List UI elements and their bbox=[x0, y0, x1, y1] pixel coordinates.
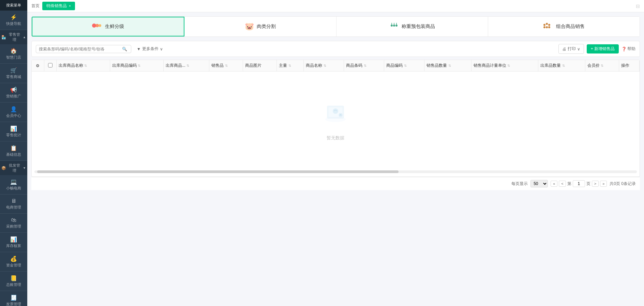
sidebar-item-retail-stats[interactable]: 📊 零售统计 bbox=[0, 122, 27, 141]
topbar-toggle-icon[interactable]: ⊟ bbox=[636, 3, 640, 9]
svg-point-1 bbox=[95, 24, 99, 27]
new-label: + 新增销售品 bbox=[591, 46, 615, 52]
sidebar-item-label: 总账管理 bbox=[6, 282, 21, 287]
sidebar-section-wholesale[interactable]: 📦 批发管理 ▼ bbox=[0, 161, 27, 175]
sort-icon: ⇅ bbox=[562, 64, 565, 67]
sidebar-item-quick[interactable]: ⚡ 快捷导航 bbox=[0, 11, 27, 30]
chevron-down-icon: ∨ bbox=[160, 47, 163, 51]
sidebar-item-label: 会员中心 bbox=[6, 113, 21, 118]
svg-point-10 bbox=[546, 23, 548, 25]
per-page-select[interactable]: 50 100 200 bbox=[530, 180, 548, 187]
pagination: 每页显示 50 100 200 « < 第 页 > » 共0页 0条记录 bbox=[31, 177, 640, 190]
print-icon: 🖨 bbox=[562, 47, 566, 51]
sort-icon: ⇅ bbox=[324, 64, 326, 67]
col-product-code[interactable]: 商品编码 ⇅ bbox=[384, 60, 424, 72]
sidebar-item-label: 营销推广 bbox=[6, 94, 21, 99]
col-sale-unit[interactable]: 销售商品计量单位 ⇅ bbox=[471, 60, 538, 72]
new-product-button[interactable]: + 新增销售品 bbox=[587, 44, 619, 53]
sidebar-item-label: 采购管理 bbox=[6, 224, 21, 229]
sort-icon: ⇅ bbox=[507, 64, 510, 67]
page-content: 生鲜分级 🐷 肉类分割 称重预包装商品 bbox=[27, 12, 644, 306]
select-all-checkbox[interactable] bbox=[48, 63, 53, 67]
next-page-button[interactable]: > bbox=[592, 181, 599, 187]
col-product-name[interactable]: 商品名称 ⇅ bbox=[304, 60, 344, 72]
chevron-down-icon: ▲ bbox=[23, 35, 26, 39]
fresh-grade-label: 生鲜分级 bbox=[105, 24, 124, 30]
filter-button[interactable]: ▼ 更多条件 ∨ bbox=[134, 45, 166, 53]
sidebar-item-label: 基础信息 bbox=[6, 152, 21, 157]
first-page-button[interactable]: « bbox=[551, 181, 557, 187]
sidebar-item-inventory[interactable]: 📊 库存核算 bbox=[0, 233, 27, 252]
col-barcode[interactable]: 商品条码 ⇅ bbox=[344, 60, 384, 72]
sidebar-item-ecom-mgmt[interactable]: 🖥 电商管理 bbox=[0, 195, 27, 214]
finance-icon: 💰 bbox=[10, 256, 17, 262]
col-out-qty[interactable]: 出库品数量 ⇅ bbox=[538, 60, 585, 72]
sidebar-section-retail[interactable]: 🏪 零售管理 ▲ bbox=[0, 30, 27, 44]
svg-point-4 bbox=[393, 25, 395, 27]
sidebar-item-label: 发票管理 bbox=[6, 302, 21, 306]
sidebar-item-label: 库存核算 bbox=[6, 243, 21, 248]
topbar: 首页 特殊销售品 × ⊟ bbox=[27, 0, 644, 12]
sidebar-item-marketing[interactable]: 📢 营销推广 bbox=[0, 83, 27, 103]
chevron-down-icon: ▼ bbox=[23, 166, 26, 170]
sidebar-logo[interactable]: 搜索菜单 bbox=[0, 0, 27, 11]
tab-meat-cut[interactable]: 🐷 肉类分割 bbox=[184, 17, 336, 36]
sidebar-item-finance[interactable]: 💰 资金管理 bbox=[0, 252, 27, 272]
meat-cut-label: 肉类分割 bbox=[257, 24, 276, 30]
col-out-spec[interactable]: 出库商品... ⇅ bbox=[163, 60, 209, 72]
sidebar-item-purchase[interactable]: 🛍 采购管理 bbox=[0, 214, 27, 233]
tab-weight-package[interactable]: 称重预包装商品 bbox=[336, 17, 488, 36]
svg-point-14 bbox=[548, 26, 550, 28]
sidebar-item-invoice[interactable]: 🧾 发票管理 bbox=[0, 291, 27, 306]
scrollbar-thumb[interactable] bbox=[37, 170, 399, 173]
ecom-mgmt-icon: 🖥 bbox=[11, 198, 16, 204]
sidebar-item-member[interactable]: 👤 会员中心 bbox=[0, 103, 27, 122]
col-out-code[interactable]: 出库商品编码 ⇅ bbox=[110, 60, 163, 72]
sort-icon: ⇅ bbox=[186, 64, 189, 67]
empty-state: 暂无数据 bbox=[32, 72, 640, 168]
sidebar-item-label: 电商管理 bbox=[6, 205, 21, 210]
topbar-home[interactable]: 首页 bbox=[31, 3, 40, 9]
search-icon[interactable]: 🔍 bbox=[122, 47, 127, 51]
col-member-price[interactable]: 会员价 ⇅ bbox=[585, 60, 619, 72]
meat-cut-icon: 🐷 bbox=[245, 22, 254, 31]
col-sale-qty[interactable]: 销售品数量 ⇅ bbox=[424, 60, 471, 72]
category-tabs: 生鲜分级 🐷 肉类分割 称重预包装商品 bbox=[31, 16, 640, 37]
print-button[interactable]: 🖨 打印 ∨ bbox=[558, 44, 584, 54]
sidebar-item-label: 小畅电商 bbox=[6, 186, 21, 191]
help-icon: ❓ bbox=[621, 47, 627, 51]
sidebar-item-smart-store[interactable]: 🏠 智慧门店 bbox=[0, 44, 27, 64]
prev-page-button[interactable]: < bbox=[559, 181, 566, 187]
page-label-text: 第 bbox=[567, 181, 571, 187]
store-icon: 🏠 bbox=[10, 48, 17, 54]
search-input[interactable] bbox=[39, 47, 121, 51]
col-weight[interactable]: 主量 ⇅ bbox=[277, 60, 304, 72]
invoice-icon: 🧾 bbox=[10, 294, 17, 301]
col-out-name[interactable]: 出库商品名称 ⇅ bbox=[56, 60, 110, 72]
svg-point-18 bbox=[333, 108, 338, 114]
last-page-button[interactable]: » bbox=[600, 181, 607, 187]
topbar-active-tab[interactable]: 特殊销售品 × bbox=[42, 2, 75, 10]
sidebar-item-label: 零售统计 bbox=[6, 133, 21, 138]
tab-combo-sale[interactable]: 组合商品销售 bbox=[488, 17, 640, 36]
member-icon: 👤 bbox=[10, 106, 17, 112]
sort-icon: ⇅ bbox=[601, 64, 603, 67]
svg-point-12 bbox=[543, 26, 545, 28]
search-box[interactable]: 🔍 bbox=[36, 45, 131, 53]
chevron-down-icon: ∨ bbox=[577, 47, 580, 51]
tab-close-button[interactable]: × bbox=[69, 4, 71, 8]
col-image[interactable]: 商品图片 bbox=[243, 60, 277, 72]
horizontal-scrollbar[interactable] bbox=[34, 170, 637, 173]
help-label: 帮助 bbox=[627, 46, 635, 52]
col-sale-item[interactable]: 销售品 ⇅ bbox=[209, 60, 243, 72]
col-check[interactable] bbox=[44, 60, 56, 72]
page-nav: « < 第 页 > » bbox=[551, 180, 607, 187]
sidebar-item-ledger[interactable]: 📒 总账管理 bbox=[0, 272, 27, 291]
page-number-input[interactable] bbox=[573, 180, 585, 187]
sidebar-item-basic-info[interactable]: 📋 基础信息 bbox=[0, 141, 27, 161]
sidebar-item-retail-mall[interactable]: 🛒 零售商城 bbox=[0, 64, 27, 83]
col-gear[interactable]: ⚙ bbox=[32, 60, 44, 72]
help-button[interactable]: ❓ 帮助 bbox=[621, 46, 635, 52]
tab-fresh-grade[interactable]: 生鲜分级 bbox=[32, 17, 184, 36]
sidebar-item-ecommerce[interactable]: 💻 小畅电商 bbox=[0, 175, 27, 195]
